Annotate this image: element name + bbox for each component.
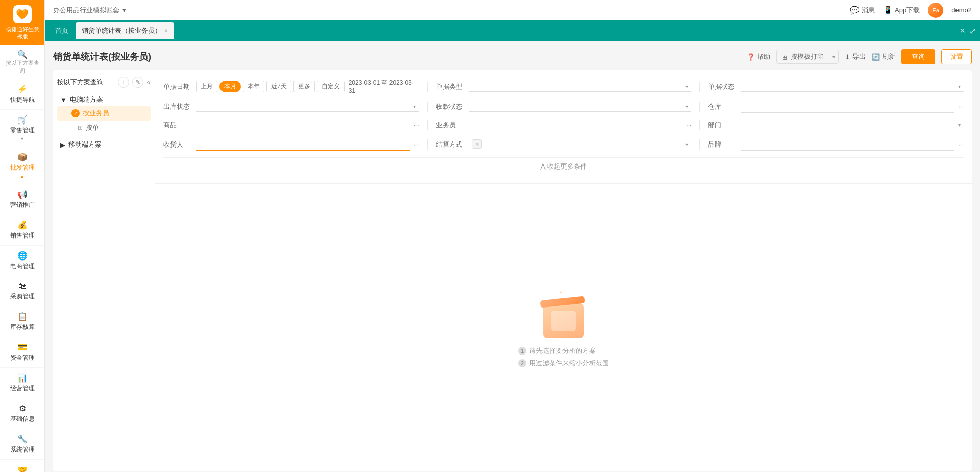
scheme-group-mobile-title[interactable]: ▶ 移动端方案 (57, 138, 151, 151)
breadcrumb-text: 办公用品行业模拟账套 (53, 6, 119, 15)
wholesale-icon: 📦 (17, 152, 28, 162)
warehouse-input[interactable] (741, 101, 954, 113)
sidebar: 🧡 畅捷通好生意 标版 🔍 按以下方案查询 ⚡ 快捷导航 🛒 零售管理 ▼ 📦 … (0, 0, 45, 472)
filter-divider-7 (427, 139, 428, 150)
tab-sales-stats[interactable]: 销货单统计表（按业务员） × (76, 22, 174, 39)
print-dropdown[interactable]: 🖨 按模板打印 ▾ (776, 50, 839, 64)
sidebar-item-retail[interactable]: 🛒 零售管理 ▼ (0, 110, 44, 147)
settlement-tag: × (472, 139, 482, 149)
shortcut-label: 快捷导航 (10, 96, 35, 104)
consignee-input[interactable] (196, 138, 410, 151)
sidebar-item-enterprise[interactable]: 🤝 企业协同 (0, 460, 44, 472)
date-btn-7days[interactable]: 近7天 (266, 81, 291, 92)
tab-sales-stats-label: 销货单统计表（按业务员） (82, 26, 161, 35)
add-scheme-button[interactable]: + (118, 77, 129, 88)
inventory-label: 库存核算 (10, 323, 35, 332)
left-panel-title: 按以下方案查询 (57, 78, 104, 87)
print-dropdown-arrow[interactable]: ▾ (829, 52, 838, 62)
salesperson-input[interactable] (469, 119, 682, 131)
scheme-sub-label: 按单 (86, 123, 99, 132)
sidebar-item-sales[interactable]: 💰 销售管理 (0, 215, 44, 246)
date-btn-custom[interactable]: 自定义 (317, 81, 345, 92)
app-logo[interactable]: 🧡 畅捷通好生意 标版 (0, 0, 44, 45)
date-btn-lastmonth[interactable]: 上月 (196, 81, 217, 92)
sidebar-item-purchase[interactable]: 🛍 采购管理 (0, 276, 44, 306)
breadcrumb-arrow[interactable]: ▾ (122, 6, 126, 14)
export-button[interactable]: ⬇ 导出 (845, 52, 866, 61)
scheme-item-salesperson[interactable]: ✓ 按业务员 (57, 106, 151, 121)
sidebar-item-operations[interactable]: 📊 经营管理 (0, 368, 44, 398)
filter-area: 单据日期 上月 本月 本年 近7天 更多 自定义 2023-03-01 至 20… (155, 70, 972, 184)
page-header: 销货单统计表(按业务员) ❓ 帮助 🖨 按模板打印 ▾ ⬇ 导出 (53, 49, 972, 64)
user-name[interactable]: demo2 (951, 6, 972, 14)
edit-scheme-button[interactable]: ✎ (132, 77, 143, 88)
scheme-group-desktop-title[interactable]: ▼ 电脑端方案 (57, 93, 151, 106)
filter-divider-4 (699, 102, 700, 112)
empty-arrow-icon: ↑ (558, 287, 564, 300)
message-button[interactable]: 💬 消息 (850, 6, 875, 15)
filter-payment-status: 收款状态 ▾ (436, 102, 692, 112)
doc-type-arrow: ▾ (685, 84, 688, 89)
app-download-button[interactable]: 📱 App下载 (883, 6, 920, 15)
enterprise-icon: 🤝 (17, 465, 28, 472)
collapse-conditions-button[interactable]: ⋀ 收起更多条件 (163, 157, 964, 175)
goods-input[interactable] (196, 119, 410, 131)
query-button[interactable]: 查询 (901, 49, 935, 64)
marketing-icon: 📢 (17, 190, 28, 199)
filter-warehouse: 仓库 ··· (708, 101, 964, 113)
date-btn-more[interactable]: 更多 (293, 81, 315, 92)
department-select[interactable]: ▾ (741, 120, 964, 130)
scheme-item-label: 按业务员 (83, 109, 109, 118)
refresh-button[interactable]: 🔄 刷新 (872, 52, 895, 61)
export-icon: ⬇ (845, 53, 850, 61)
tab-maximize-button[interactable]: ⤢ (969, 26, 976, 36)
out-status-select[interactable]: ▾ (196, 102, 419, 112)
sidebar-item-inventory[interactable]: 📋 库存核算 (0, 306, 44, 337)
doc-type-select[interactable]: ▾ (469, 82, 692, 92)
filter-divider-6 (699, 120, 700, 130)
sidebar-item-basic[interactable]: ⚙ 基础信息 (0, 398, 44, 429)
brand-more-icon[interactable]: ··· (959, 141, 964, 148)
date-btn-thisyear[interactable]: 本年 (243, 81, 264, 92)
scheme-item-order[interactable]: ⊞ 按单 (57, 121, 151, 135)
sidebar-item-shortcut[interactable]: ⚡ 快捷导航 (0, 79, 44, 110)
tip-item-2: 2 用过滤条件来缩小分析范围 (518, 359, 609, 368)
app-download-label: App下载 (895, 6, 920, 15)
help-button[interactable]: ❓ 帮助 (747, 52, 770, 61)
sidebar-search[interactable]: 🔍 按以下方案查询 (0, 45, 44, 79)
tab-close-icon[interactable]: × (164, 27, 168, 34)
sidebar-item-finance[interactable]: 💳 资金管理 (0, 337, 44, 368)
user-initial: Ea (933, 7, 939, 13)
inventory-icon: 📋 (17, 312, 28, 321)
settings-button[interactable]: 设置 (941, 49, 972, 64)
doc-status-select[interactable]: ▾ (741, 82, 964, 92)
app-sub: 标版 (17, 33, 28, 40)
consignee-more-icon[interactable]: ··· (414, 141, 419, 148)
print-button[interactable]: 🖨 按模板打印 (777, 50, 829, 63)
wholesale-arrow: ▲ (20, 174, 24, 179)
collapse-panel-button[interactable]: « (146, 78, 151, 86)
brand-input[interactable] (741, 138, 954, 151)
salesperson-more-icon[interactable]: ··· (686, 122, 691, 129)
tab-close-all-button[interactable]: × (960, 26, 965, 36)
user-avatar[interactable]: Ea (928, 3, 943, 18)
settlement-select[interactable]: × ▾ (469, 137, 692, 151)
page-content: 销货单统计表(按业务员) ❓ 帮助 🖨 按模板打印 ▾ ⬇ 导出 (45, 41, 980, 472)
sidebar-item-ecommerce[interactable]: 🌐 电商管理 (0, 246, 44, 276)
goods-label: 商品 (163, 121, 192, 130)
date-btn-thismonth[interactable]: 本月 (219, 81, 241, 92)
warehouse-label: 仓库 (708, 102, 737, 111)
retail-label: 零售管理 (10, 126, 35, 135)
sidebar-item-system[interactable]: 🔧 系统管理 (0, 429, 44, 460)
filter-divider-2 (699, 82, 700, 92)
filter-divider-5 (427, 120, 428, 130)
tab-home-label: 首页 (55, 26, 68, 35)
settlement-tag-close[interactable]: × (476, 140, 479, 148)
system-label: 系统管理 (10, 445, 35, 454)
warehouse-more-icon[interactable]: ··· (959, 103, 964, 110)
goods-more-icon[interactable]: ··· (414, 122, 419, 129)
tab-home[interactable]: 首页 (49, 22, 75, 39)
payment-status-select[interactable]: ▾ (469, 102, 692, 112)
sidebar-item-wholesale[interactable]: 📦 批发管理 ▲ (0, 147, 44, 184)
sidebar-item-marketing[interactable]: 📢 营销推广 (0, 184, 44, 215)
